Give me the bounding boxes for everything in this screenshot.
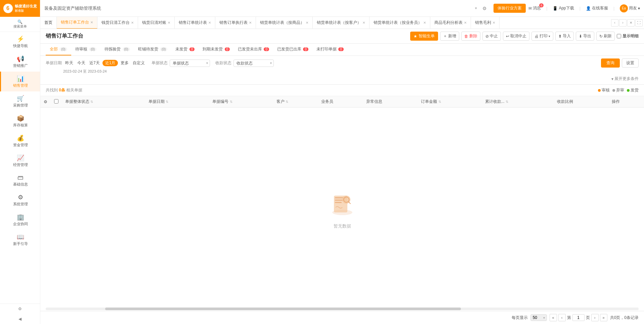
tab-sales-exec-close[interactable]: ✕	[249, 21, 252, 25]
sidebar-item-marketing[interactable]: 📢 营销推广	[0, 52, 40, 72]
print-btn[interactable]: 🖨 打印 ▾	[531, 32, 553, 41]
refresh-btn[interactable]: ↻ 刷新	[596, 32, 615, 41]
tab-sales-exec[interactable]: 销售订单执行表 ✕	[215, 17, 256, 29]
sort-status-icon[interactable]: ⇅	[90, 100, 93, 104]
online-service-btn[interactable]: 👤 在线客服	[586, 5, 608, 11]
th-settings[interactable]: ⚙	[40, 96, 51, 108]
tab-home[interactable]: 首页	[40, 17, 57, 29]
export-btn[interactable]: ⬇ 导出	[576, 32, 594, 41]
payment-select-wrapper: 收款状态	[233, 59, 274, 67]
subtab-shipped-out[interactable]: 已发货已出库 0	[273, 44, 312, 55]
subtab-expired-unshipped[interactable]: 到期未发货 0	[199, 44, 234, 55]
sidebar-settings-btn[interactable]: ⚙	[0, 304, 40, 314]
tab-cash-reconcile[interactable]: 钱货日清对账 ✕	[138, 17, 175, 29]
date-opt-today[interactable]: 今天	[76, 60, 87, 66]
sort-collected-icon[interactable]: ⇅	[506, 100, 508, 104]
sidebar-item-basic-info[interactable]: 🗃 基础信息	[0, 171, 40, 190]
tab-cash-daily[interactable]: 钱货日清工作台 ✕	[97, 17, 138, 29]
sidebar-item-quick-nav[interactable]: ⚡ 快捷导航	[0, 32, 40, 52]
tab-sales-stat-product-close[interactable]: ✕	[306, 21, 308, 25]
prev-page-btn[interactable]: ‹	[558, 314, 566, 321]
tab-sales-profit[interactable]: 销售毛利 ✕	[471, 17, 500, 29]
sidebar-item-inventory[interactable]: 📦 库存核算	[0, 111, 40, 131]
tab-profit-analysis[interactable]: 商品毛利分析表 ✕	[430, 17, 471, 29]
tab-sales-stat-staff-close[interactable]: ✕	[423, 21, 426, 25]
subtab-shipped-not-out[interactable]: 已发货未出库 0	[234, 44, 273, 55]
sort-number-icon[interactable]: ⇅	[230, 100, 232, 104]
sidebar-item-system[interactable]: ⚙ 系统管理	[0, 190, 40, 210]
tab-sales-profit-close[interactable]: ✕	[492, 21, 495, 25]
subtab-all[interactable]: 全部 (0)	[46, 44, 71, 55]
column-settings-icon[interactable]: ⚙	[44, 99, 47, 104]
sidebar-item-purchase[interactable]: 🛒 采购管理	[0, 91, 40, 111]
sort-date-icon[interactable]: ⇅	[166, 100, 168, 104]
subtab-not-shipped[interactable]: 未发货 0	[171, 44, 199, 55]
tab-fullscreen[interactable]: ⛶	[635, 19, 643, 27]
smart-gen-btn[interactable]: ★ 智能生单	[410, 32, 438, 41]
app-download-btn[interactable]: 📱 App下载	[553, 5, 574, 11]
cancel-stop-btn[interactable]: ↩ 取消中止	[503, 32, 529, 41]
date-opt-1month[interactable]: 近1月	[102, 60, 118, 66]
tab-scroll-left[interactable]: ‹	[611, 19, 618, 27]
tab-cash-reconcile-close[interactable]: ✕	[168, 21, 170, 25]
show-detail-checkbox[interactable]	[617, 34, 621, 38]
sidebar-item-finance[interactable]: 💰 资金管理	[0, 131, 40, 151]
tab-cash-daily-close[interactable]: ✕	[131, 21, 134, 25]
quick-ship-btn[interactable]: 发货	[627, 87, 639, 93]
last-page-btn[interactable]: »	[600, 314, 607, 321]
page-input[interactable]	[572, 314, 585, 321]
first-page-btn[interactable]: «	[550, 314, 557, 321]
industry-btn[interactable]: 体验行业方案	[493, 4, 526, 13]
expand-filter-btn[interactable]: ▾ 展开更多条件	[611, 76, 639, 82]
tab-sales-stat-product[interactable]: 销货单统计表（按商品） ✕	[256, 17, 313, 29]
tab-sales-workbench-close[interactable]: ✕	[90, 21, 93, 24]
sidebar-collapse-btn[interactable]: ◀	[0, 314, 40, 324]
import-btn[interactable]: ⬆ 导入	[555, 32, 574, 41]
table-scroll[interactable]: ⚙ 单据整体状态 ⇅ 单据日期 ⇅	[40, 96, 644, 307]
tab-profit-analysis-close[interactable]: ✕	[464, 21, 467, 25]
quick-abandon-btn[interactable]: 弃审	[612, 87, 624, 93]
tab-close-all[interactable]: ✕	[627, 19, 635, 27]
next-page-btn[interactable]: ›	[591, 314, 599, 321]
sidebar-item-operations[interactable]: 📈 经营管理	[0, 151, 40, 171]
date-opt-custom[interactable]: 自定义	[131, 60, 146, 66]
subtab-pending-check[interactable]: 待拣验货 (0)	[100, 44, 134, 55]
tab-sales-stat-customer-close[interactable]: ✕	[362, 21, 365, 25]
subtab-unprinted[interactable]: 未打印单据 0	[312, 44, 348, 55]
tab-sales-stat[interactable]: 销售订单统计表 ✕	[175, 17, 215, 29]
subtab-wangpu-pending[interactable]: 旺铺待发货 (0)	[134, 44, 172, 55]
status-select[interactable]: 单据状态	[170, 59, 210, 67]
show-detail-toggle[interactable]: 显示明细	[617, 33, 639, 39]
per-page-select[interactable]: 50 10 20 100	[530, 314, 547, 321]
select-all-checkbox[interactable]	[54, 99, 58, 104]
th-check[interactable]	[51, 96, 62, 108]
date-opt-7days[interactable]: 近7天	[88, 60, 101, 66]
sidebar-item-search[interactable]: 🔍 搜索菜单	[0, 17, 40, 32]
sidebar-item-sales[interactable]: 📊 销售管理	[0, 72, 40, 91]
tab-scroll-right[interactable]: ›	[619, 19, 627, 27]
tab-sales-stat-close[interactable]: ✕	[208, 21, 211, 25]
filter-settings-btn[interactable]: 设置	[622, 58, 639, 68]
payment-select[interactable]: 收款状态	[233, 59, 274, 67]
date-opt-more[interactable]: 更多	[119, 60, 130, 66]
delete-btn[interactable]: 🗑 删除	[461, 32, 480, 41]
query-btn[interactable]: 查询	[601, 58, 620, 68]
tab-sales-stat-customer[interactable]: 销货单统计表（按客户） ✕	[313, 17, 370, 29]
tab-sales-stat-staff[interactable]: 销货单统计表（按业务员） ✕	[370, 17, 430, 29]
sort-customer-icon[interactable]: ⇅	[286, 100, 288, 104]
user-menu-btn[interactable]: Ea 用友 ▾	[620, 4, 640, 12]
hscroll-thumb[interactable]	[105, 308, 461, 310]
subtab-pending-review[interactable]: 待审核 (0)	[71, 44, 101, 55]
quick-audit-btn[interactable]: 审核	[598, 87, 610, 93]
system-dropdown-icon[interactable]: ▾	[475, 6, 477, 10]
sidebar-item-guide[interactable]: 📖 新手引导	[0, 230, 40, 250]
hscroll-bar[interactable]	[46, 308, 639, 310]
tab-sales-workbench[interactable]: 销售订单工作台 ✕	[57, 17, 97, 29]
topbar-gear-icon[interactable]: ⚙	[482, 6, 487, 11]
sort-amount-icon[interactable]: ⇅	[438, 100, 441, 104]
message-btn[interactable]: ✉ 消息 6	[528, 5, 541, 11]
date-opt-yesterday[interactable]: 昨天	[64, 60, 75, 66]
stop-btn[interactable]: ⊘ 中止	[482, 32, 501, 41]
add-btn[interactable]: ＋ 新增	[440, 32, 459, 41]
sidebar-item-enterprise[interactable]: 🏢 企业协同	[0, 210, 40, 230]
